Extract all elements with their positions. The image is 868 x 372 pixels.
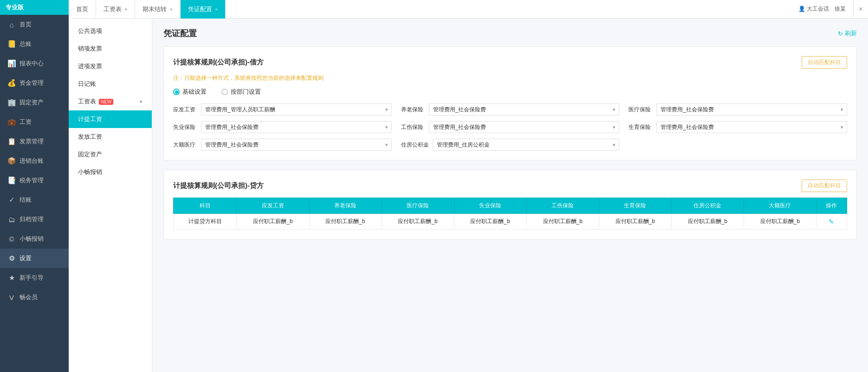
sidebar-item-settings[interactable]: ⚙ 设置 xyxy=(0,249,69,268)
main-content: 凭证配置 ↻ 刷新 计提核算规则(公司承担)-借方 自动匹配科目 注：只能选择一… xyxy=(152,19,868,372)
nav-arrow-salary: ▾ xyxy=(140,99,143,105)
select-medical-input[interactable]: 管理费用_社会保险费 xyxy=(656,103,847,115)
form-row-salary: 应发工资 管理费用_管理人员职工薪酬 xyxy=(173,103,392,115)
label-unemployment: 失业保险 xyxy=(173,123,197,131)
radio-dept-circle xyxy=(221,89,228,95)
window-close-btn[interactable]: × xyxy=(853,0,868,19)
label-pension: 养老保险 xyxy=(401,106,425,114)
form-row-housing: 住房公积金 管理费用_住房公积金 xyxy=(401,139,620,151)
col-injury: 工伤保险 xyxy=(526,198,599,214)
cell-housing: 应付职工薪酬_b xyxy=(671,214,744,230)
sidebar-item-salary[interactable]: 💼 工资 xyxy=(0,112,69,132)
col-unemployment: 失业保险 xyxy=(454,198,526,214)
content-area: 公共选项 销项发票 进项发票 日记账 工资表 NEW ▾ 计提工资 发放工资 xyxy=(69,19,868,372)
sidebar-item-invoice[interactable]: 📋 发票管理 xyxy=(0,132,69,151)
cell-injury: 应付职工薪酬_b xyxy=(526,214,599,230)
radio-basic-circle xyxy=(173,89,180,95)
select-birth-input[interactable]: 管理费用_社会保险费 xyxy=(656,121,847,133)
sidebar-item-tax[interactable]: 📑 税务管理 xyxy=(0,171,69,190)
sidebar-item-xcreport[interactable]: © 小畅报销 xyxy=(0,229,69,249)
col-pension: 养老保险 xyxy=(309,198,382,214)
select-medical[interactable]: 管理费用_社会保险费 xyxy=(656,103,847,115)
tab-period[interactable]: 期末结转 × xyxy=(135,0,180,19)
tab-voucher[interactable]: 凭证配置 × xyxy=(181,0,226,19)
select-big-medical[interactable]: 管理费用_社会保险费 xyxy=(201,139,392,151)
auto-match-debit-button[interactable]: 自动匹配科目 xyxy=(802,56,847,69)
select-injury[interactable]: 管理费用_社会保险费 xyxy=(429,121,620,133)
brand-label: 专业版 xyxy=(0,0,69,15)
sidebar-item-capital[interactable]: 💰 资金管理 xyxy=(0,73,69,93)
section1-title: 计提核算规则(公司承担)-借方 xyxy=(173,58,264,67)
sidebar-item-member[interactable]: V 畅会员 xyxy=(0,288,69,307)
nav-item-salary-table[interactable]: 工资表 NEW ▾ xyxy=(69,93,152,110)
refresh-button[interactable]: ↻ 刷新 xyxy=(838,29,857,38)
form-row-unemployment: 失业保险 管理费用_社会保险费 xyxy=(173,121,392,133)
cell-subject: 计提贷方科目 xyxy=(174,214,237,230)
capital-icon: 💰 xyxy=(7,79,16,87)
select-pension-input[interactable]: 管理费用_社会保险费 xyxy=(429,103,620,115)
select-housing[interactable]: 管理费用_住房公积金 xyxy=(433,139,620,151)
edit-icon[interactable]: ✎ xyxy=(829,218,834,225)
left-nav: 公共选项 销项发票 进项发票 日记账 工资表 NEW ▾ 计提工资 发放工资 xyxy=(69,19,152,372)
radio-department[interactable]: 按部门设置 xyxy=(221,88,261,96)
nav-item-calc-salary[interactable]: 计提工资 xyxy=(69,110,152,128)
topbar-right: 👤 大工会话 徐某 xyxy=(798,5,853,13)
form-row-big-medical: 大额医疗 管理费用_社会保险费 xyxy=(173,139,392,151)
col-salary: 应发工资 xyxy=(237,198,309,214)
sidebar-item-ledger[interactable]: 📒 总账 xyxy=(0,34,69,54)
table-header-row: 科目 应发工资 养老保险 医疗保险 失业保险 工伤保险 生育保险 住房公积金 大… xyxy=(174,198,847,214)
table-row: 计提贷方科目 应付职工薪酬_b 应付职工薪酬_b 应付职工薪酬_b 应付职工薪酬… xyxy=(174,214,847,230)
section1-notice: 注：只能选择一种方式，系统将按照您当前的选择来配置规则 xyxy=(173,74,847,82)
form-row-injury: 工伤保险 管理费用_社会保险费 xyxy=(401,121,620,133)
auto-match-credit-button[interactable]: 自动匹配科目 xyxy=(802,180,847,192)
refresh-icon: ↻ xyxy=(838,30,843,37)
sidebar-item-home[interactable]: ⌂ 首页 xyxy=(0,15,69,34)
select-salary[interactable]: 管理费用_管理人员职工薪酬 xyxy=(201,103,392,115)
home-icon: ⌂ xyxy=(7,21,16,29)
nav-item-xc-expense[interactable]: 小畅报销 xyxy=(69,163,152,181)
sidebar-item-archive[interactable]: 🗂 归档管理 xyxy=(0,210,69,229)
label-housing: 住房公积金 xyxy=(401,141,429,149)
cell-medical: 应付职工薪酬_b xyxy=(382,214,454,230)
form-row-medical: 医疗保险 管理费用_社会保险费 xyxy=(628,103,847,115)
select-injury-input[interactable]: 管理费用_社会保险费 xyxy=(429,121,620,133)
tab-salary[interactable]: 工资表 × xyxy=(96,0,135,19)
select-unemployment[interactable]: 管理费用_社会保险费 xyxy=(201,121,392,133)
credit-table: 科目 应发工资 养老保险 医疗保险 失业保险 工伤保险 生育保险 住房公积金 大… xyxy=(173,198,847,230)
cell-action[interactable]: ✎ xyxy=(816,214,847,230)
nav-item-purchase-invoice[interactable]: 进项发票 xyxy=(69,58,152,75)
sidebar-item-close[interactable]: ✓ 结账 xyxy=(0,190,69,210)
sidebar-item-guide[interactable]: ★ 新手引导 xyxy=(0,268,69,288)
form-grid: 应发工资 管理费用_管理人员职工薪酬 养老保险 管理费用_社会保险费 xyxy=(173,103,847,151)
sidebar-item-assets[interactable]: 🏢 固定资产 xyxy=(0,93,69,112)
sidebar-item-reports[interactable]: 📊 报表中心 xyxy=(0,54,69,73)
sales-icon: 📦 xyxy=(7,157,16,165)
select-big-medical-input[interactable]: 管理费用_社会保险费 xyxy=(201,139,392,151)
select-unemployment-input[interactable]: 管理费用_社会保险费 xyxy=(201,121,392,133)
tab-voucher-close[interactable]: × xyxy=(215,6,218,12)
nav-item-pay-salary[interactable]: 发放工资 xyxy=(69,128,152,146)
select-housing-input[interactable]: 管理费用_住房公积金 xyxy=(433,139,620,151)
invoice-icon: 📋 xyxy=(7,137,16,146)
tab-salary-close[interactable]: × xyxy=(124,6,127,12)
col-action: 操作 xyxy=(816,198,847,214)
select-birth[interactable]: 管理费用_社会保险费 xyxy=(656,121,847,133)
tab-home[interactable]: 首页 xyxy=(69,0,96,19)
select-pension[interactable]: 管理费用_社会保险费 xyxy=(429,103,620,115)
cell-birth: 应付职工薪酬_b xyxy=(599,214,671,230)
nav-item-fixed-assets[interactable]: 固定资产 xyxy=(69,146,152,163)
nav-item-sales-invoice[interactable]: 销项发票 xyxy=(69,40,152,58)
cell-big-medical: 应付职工薪酬_b xyxy=(744,214,816,230)
tab-period-close[interactable]: × xyxy=(169,6,172,12)
section2-title: 计提核算规则(公司承担)-贷方 xyxy=(173,181,264,190)
reports-icon: 📊 xyxy=(7,59,16,68)
radio-basic[interactable]: 基础设置 xyxy=(173,88,207,96)
user-info: 👤 大工会话 xyxy=(798,5,829,13)
topbar: 首页 工资表 × 期末结转 × 凭证配置 × 👤 大工会话 徐某 × xyxy=(69,0,868,19)
sidebar-item-sales[interactable]: 📦 进销台账 xyxy=(0,151,69,171)
guide-icon: ★ xyxy=(7,274,16,282)
select-salary-input[interactable]: 管理费用_管理人员职工薪酬 xyxy=(201,103,392,115)
nav-item-journal[interactable]: 日记账 xyxy=(69,75,152,93)
nav-item-public[interactable]: 公共选项 xyxy=(69,22,152,40)
cell-pension: 应付职工薪酬_b xyxy=(309,214,382,230)
